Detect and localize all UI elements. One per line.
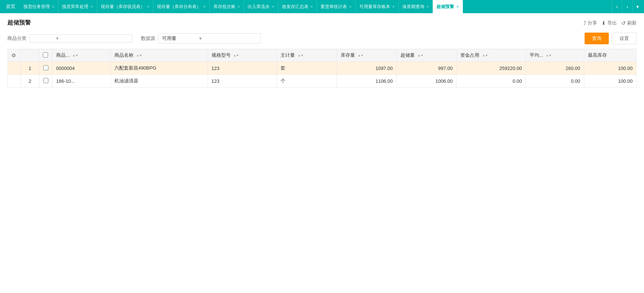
row-stock-1: 1106.00 (337, 75, 396, 88)
sort-icon-avg: ▲▼ (546, 54, 552, 57)
page-title: 超储预警 (7, 19, 31, 27)
row-product-code-0: 0000004 (52, 62, 111, 75)
row-max-stock-1: 100.00 (584, 75, 637, 88)
row-check-0 (39, 62, 52, 75)
row-product-code-1: 186-10... (52, 75, 111, 88)
query-button[interactable]: 查询 (585, 33, 609, 44)
close-tab-9[interactable]: × (427, 4, 429, 9)
col-header-product-name[interactable]: 商品名称 ▲▼ (111, 49, 208, 62)
sort-icon-overstock: ▲▼ (418, 54, 424, 57)
row-avg-0: 260.00 (526, 62, 584, 75)
nav-tab-8[interactable]: 可用量库存账本 × (356, 0, 399, 13)
close-tab-4[interactable]: × (238, 4, 240, 9)
page-title-row: 超储预警 ⤴ 分享 ⬇ 导出 ↺ 刷新 (7, 19, 637, 27)
close-tab-6[interactable]: × (311, 4, 313, 9)
share-icon: ⤴ (583, 20, 586, 26)
col-header-max-stock[interactable]: 最高库存 (584, 49, 637, 62)
datasource-select[interactable]: 可用量 ▼ (158, 33, 261, 44)
sort-icon-capital: ▲▼ (482, 54, 488, 57)
nav-tab-0[interactable]: 拣货任务管理 × (20, 0, 58, 13)
col-header-seq (21, 49, 39, 62)
nav-tab-6[interactable]: 收发存汇总表 × (278, 0, 317, 13)
row-checkbox-0[interactable] (43, 65, 48, 70)
refresh-icon: ↺ (621, 20, 626, 26)
close-tab-8[interactable]: × (392, 4, 395, 9)
category-select[interactable]: ▼ (29, 34, 132, 42)
row-stock-0: 1097.00 (337, 62, 396, 75)
top-nav: 首页 拣货任务管理 × 拣货异常处理 × 现存量（库存状况表） × 现存量（库存… (0, 0, 644, 13)
close-tab-10[interactable]: × (456, 4, 458, 9)
close-tab-3[interactable]: × (203, 4, 205, 9)
col-header-overstock[interactable]: 超储量 ▲▼ (396, 49, 456, 62)
nav-home[interactable]: 首页 (1, 0, 20, 13)
table-body: 1 0000004 六配套新昌490BPG 123 套 1097.00 997.… (8, 62, 637, 88)
row-check-1 (39, 75, 52, 88)
col-header-capital[interactable]: 资金占用 ▲▼ (457, 49, 526, 62)
sort-icon-product-name: ▲▼ (136, 54, 142, 57)
nav-tab-3[interactable]: 现存量（库存分布表） × (153, 0, 209, 13)
nav-tab-5[interactable]: 出入库流水 × (244, 0, 278, 13)
row-settings-0 (8, 62, 21, 75)
sort-icon-stock: ▲▼ (358, 54, 363, 57)
col-header-avg[interactable]: 平均... ▲▼ (526, 49, 584, 62)
datasource-filter-group: 数据源 可用量 ▼ (141, 33, 261, 44)
data-table: ⚙ 商品... ▲▼ 商品名称 ▲▼ 规格型号 ▲▼ (7, 49, 637, 88)
row-unit-0: 套 (277, 62, 337, 75)
table-row: 2 186-10... 机油滤清器 123 个 1106.00 1006.00 … (8, 75, 637, 88)
col-header-product-code[interactable]: 商品... ▲▼ (52, 49, 111, 62)
nav-arrows: ‹ › ▾ (612, 0, 643, 13)
nav-tab-10[interactable]: 超储预警 × (433, 0, 462, 13)
export-icon: ⬇ (601, 20, 606, 26)
sort-icon-unit: ▲▼ (298, 54, 304, 57)
nav-tab-4[interactable]: 库存批次账 × (210, 0, 244, 13)
gear-icon[interactable]: ⚙ (11, 52, 16, 58)
page-content: 超储预警 ⤴ 分享 ⬇ 导出 ↺ 刷新 商品分类 ▼ 数据源 (0, 13, 644, 93)
sort-icon-product-code: ▲▼ (72, 54, 78, 57)
table-header: ⚙ 商品... ▲▼ 商品名称 ▲▼ 规格型号 ▲▼ (8, 49, 637, 62)
row-seq-1: 2 (21, 75, 39, 88)
settings-button[interactable]: 设置 (612, 33, 637, 44)
close-tab-0[interactable]: × (52, 4, 54, 9)
share-button[interactable]: ⤴ 分享 (583, 20, 597, 26)
row-product-name-0: 六配套新昌490BPG (111, 62, 208, 75)
row-spec-1: 123 (208, 75, 277, 88)
close-tab-2[interactable]: × (147, 4, 149, 9)
refresh-button[interactable]: ↺ 刷新 (621, 20, 637, 26)
row-spec-0: 123 (208, 62, 277, 75)
col-header-check (39, 49, 52, 62)
row-seq-0: 1 (21, 62, 39, 75)
nav-tab-9[interactable]: 保质期查询 × (399, 0, 433, 13)
table-row: 1 0000004 六配套新昌490BPG 123 套 1097.00 997.… (8, 62, 637, 75)
datasource-select-text: 可用量 (162, 35, 176, 42)
row-settings-1 (8, 75, 21, 88)
row-overstock-1: 1006.00 (396, 75, 456, 88)
sort-icon-spec: ▲▼ (233, 54, 239, 57)
select-all-checkbox[interactable] (43, 52, 48, 58)
export-button[interactable]: ⬇ 导出 (601, 20, 617, 26)
nav-tab-1[interactable]: 拣货异常处理 × (58, 0, 97, 13)
nav-prev-button[interactable]: ‹ (612, 0, 622, 13)
category-select-arrow-icon: ▼ (55, 36, 59, 41)
row-overstock-0: 997.00 (396, 62, 456, 75)
col-header-settings: ⚙ (8, 49, 21, 62)
col-header-stock[interactable]: 库存量 ▲▼ (337, 49, 396, 62)
filter-actions: 查询 设置 (585, 33, 637, 44)
row-checkbox-1[interactable] (43, 78, 48, 83)
nav-tab-7[interactable]: 要货单统计表 × (317, 0, 355, 13)
filter-row: 商品分类 ▼ 数据源 可用量 ▼ 查询 设置 (7, 33, 637, 44)
category-label: 商品分类 (7, 35, 26, 42)
row-unit-1: 个 (277, 75, 337, 88)
nav-tab-2[interactable]: 现存量（库存状况表） × (97, 0, 153, 13)
row-avg-1: 0.00 (526, 75, 584, 88)
datasource-select-arrow-icon: ▼ (198, 36, 202, 41)
nav-next-button[interactable]: › (622, 0, 632, 13)
close-tab-1[interactable]: × (91, 4, 93, 9)
row-capital-1: 0.00 (457, 75, 526, 88)
col-header-unit[interactable]: 主计量 ▲▼ (277, 49, 337, 62)
close-tab-7[interactable]: × (349, 4, 351, 9)
row-capital-0: 259220.00 (457, 62, 526, 75)
close-tab-5[interactable]: × (272, 4, 274, 9)
title-actions: ⤴ 分享 ⬇ 导出 ↺ 刷新 (583, 20, 637, 26)
col-header-spec[interactable]: 规格型号 ▲▼ (208, 49, 277, 62)
nav-more-button[interactable]: ▾ (632, 0, 643, 13)
